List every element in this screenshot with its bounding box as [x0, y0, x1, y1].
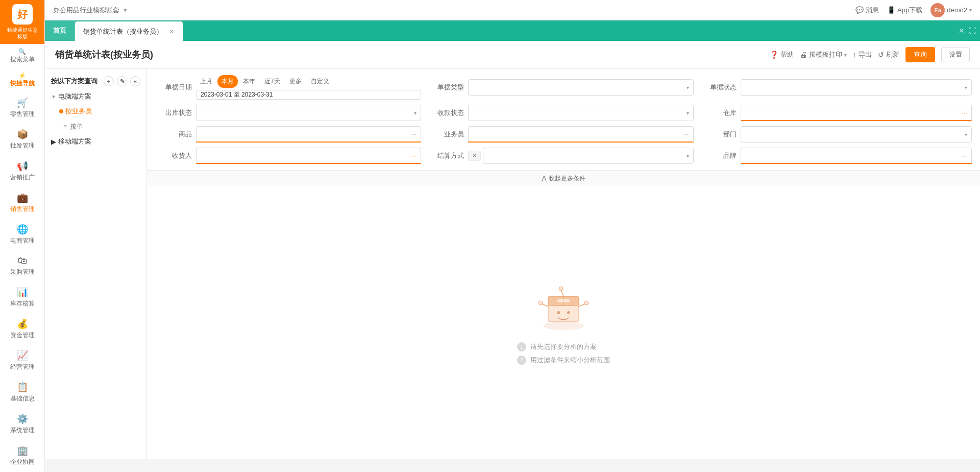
date-tab-lastmonth[interactable]: 上月	[196, 75, 216, 88]
refresh-btn[interactable]: ↺ 刷新	[878, 50, 899, 59]
goods-label: 商品	[155, 130, 196, 139]
scheme-collapse-btn[interactable]: «	[130, 76, 140, 86]
purchase-icon: 🛍	[18, 255, 27, 266]
outstatus-label: 出库状态	[155, 108, 196, 117]
scheme-add-btn[interactable]: +	[104, 76, 114, 86]
sidebar-wholesale-label: 批发管理	[10, 141, 35, 150]
scheme-sub-item-by-order[interactable]: ≡ 按单	[45, 119, 146, 134]
message-icon: 💬	[855, 6, 864, 14]
settlement-tag-value: ×	[473, 152, 476, 159]
inner-panel: 按以下方案查询 + ✎ « ▼	[45, 69, 980, 459]
sidebar-enterprise-label: 企业协同	[10, 458, 35, 466]
filter-doctype: 单据类型 ▾	[427, 75, 699, 100]
user-avatar[interactable]: Ea demo2 ▾	[930, 3, 972, 17]
logo-text: 畅捷通好生意 标版	[7, 27, 38, 40]
retail-icon: 🛒	[17, 97, 28, 108]
sidebar-item-search[interactable]: 🔍 搜索菜单	[0, 44, 44, 68]
consignee-input[interactable]: ···	[196, 148, 421, 164]
sidebar-item-system[interactable]: ⚙️ 系统管理	[0, 408, 44, 440]
sidebar-item-purchase[interactable]: 🛍 采购管理	[0, 250, 44, 281]
query-btn[interactable]: 查询	[905, 47, 935, 62]
sidebar-item-enterprise[interactable]: 🏢 企业协同	[0, 440, 44, 471]
help-btn[interactable]: ❓ 帮助	[770, 50, 794, 59]
date-tab-more[interactable]: 更多	[285, 75, 306, 88]
tab-home[interactable]: 首页	[45, 20, 75, 41]
brand-input[interactable]: ···	[741, 148, 972, 164]
workspace-dropdown-icon[interactable]: ▾	[124, 6, 127, 14]
filter-salesperson: 业务员 ···	[427, 126, 699, 143]
sidebar-item-quicknav[interactable]: ⚡ 快捷导航	[0, 68, 44, 92]
hint1-text: 请先选择要分析的方案	[530, 342, 597, 351]
goods-input[interactable]: ···	[196, 126, 421, 143]
print-label: 按模板打印	[809, 50, 842, 59]
sales-icon: 💼	[17, 192, 28, 203]
date-range-input[interactable]: 2023-03-01 至 2023-03-31	[196, 90, 421, 100]
scheme-edit-btn[interactable]: ✎	[117, 76, 127, 86]
avatar-img: Ea	[930, 3, 945, 17]
svg-rect-4	[557, 299, 570, 302]
date-tab-custom[interactable]: 自定义	[307, 75, 333, 88]
svg-point-6	[567, 311, 570, 314]
doctype-select[interactable]: ▾	[468, 79, 693, 96]
sidebar-item-retail[interactable]: 🛒 零售管理	[0, 92, 44, 124]
close-window-icon[interactable]: ✕	[959, 27, 965, 35]
setting-btn[interactable]: 设置	[941, 47, 970, 62]
message-btn[interactable]: 💬 消息	[855, 6, 879, 15]
docstatus-select[interactable]: ▾	[741, 79, 972, 96]
empty-hint-2: 2 用过滤条件来缩小分析范围	[517, 356, 610, 365]
sidebar-item-wholesale[interactable]: 📦 批发管理	[0, 124, 44, 155]
scheme-item-salesperson[interactable]: 按业务员	[45, 104, 146, 119]
warehouse-label: 仓库	[700, 108, 741, 117]
sidebar-retail-label: 零售管理	[10, 110, 35, 119]
empty-hint-1: 1 请先选择要分析的方案	[517, 342, 610, 351]
finance-icon: 💰	[17, 318, 28, 329]
page-actions: ❓ 帮助 🖨 按模板打印 ▾ ↑ 导出 ↺ 刷新 查询 设置	[770, 47, 970, 62]
warehouse-input[interactable]: ···	[741, 105, 972, 121]
sidebar-item-basic[interactable]: 📋 基础信息	[0, 376, 44, 408]
date-tab-7days[interactable]: 近7天	[260, 75, 284, 88]
expand-icon[interactable]: ⛶	[969, 27, 976, 35]
tab-home-label: 首页	[53, 26, 66, 35]
date-tab-thismonth[interactable]: 本月	[217, 75, 238, 88]
sidebar-item-ecommerce[interactable]: 🌐 电商管理	[0, 219, 44, 250]
date-tab-thisyear[interactable]: 本年	[239, 75, 259, 88]
scheme-order-label: 按单	[70, 122, 83, 131]
dept-label: 部门	[700, 130, 741, 139]
sidebar-item-business[interactable]: 📈 经营管理	[0, 345, 44, 376]
payment-select[interactable]: ▾	[468, 105, 693, 121]
desktop-scheme-title[interactable]: ▼ 电脑端方案	[45, 89, 146, 104]
refresh-label: 刷新	[886, 50, 899, 59]
expand-arrow-icon: ▼	[51, 94, 56, 100]
app-logo[interactable]: 好 畅捷通好生意 标版	[0, 0, 44, 44]
sidebar-item-finance[interactable]: 💰 资金管理	[0, 313, 44, 345]
svg-point-0	[543, 322, 584, 330]
sidebar-item-marketing[interactable]: 📢 营销推广	[0, 155, 44, 187]
outstatus-select[interactable]: ▾	[196, 105, 421, 121]
salesperson-input[interactable]: ···	[468, 126, 693, 143]
app-download-btn[interactable]: 📱 App下载	[887, 6, 922, 15]
topbar-right: 💬 消息 📱 App下载 Ea demo2 ▾	[855, 3, 972, 17]
filter-dept: 部门 ▾	[700, 126, 972, 143]
svg-line-9	[542, 304, 548, 306]
page-header: 销货单统计表(按业务员) ❓ 帮助 🖨 按模板打印 ▾ ↑ 导出 ↺ 刷新	[45, 41, 980, 69]
export-label: 导出	[859, 50, 872, 59]
sidebar-item-sales[interactable]: 💼 销售管理	[0, 187, 44, 219]
logo-icon: 好	[12, 4, 33, 25]
dept-select[interactable]: ▾	[741, 126, 972, 143]
hint2-text: 用过滤条件来缩小分析范围	[530, 356, 610, 365]
print-btn[interactable]: 🖨 按模板打印 ▾	[800, 50, 847, 59]
sidebar-ecommerce-label: 电商管理	[10, 237, 35, 245]
export-btn[interactable]: ↑ 导出	[853, 50, 872, 59]
doctype-arrow-icon: ▾	[687, 85, 689, 90]
consignee-label: 收货人	[155, 151, 196, 160]
inventory-icon: 📊	[17, 287, 28, 298]
brand-label: 品牌	[700, 151, 741, 160]
print-icon: 🖨	[800, 51, 807, 59]
collapse-bar[interactable]: ⋀ 收起更多条件	[147, 171, 980, 186]
mobile-scheme-title[interactable]: ▶ 移动端方案	[45, 134, 146, 149]
settlement-select[interactable]: ▾	[483, 148, 693, 164]
tab-close-icon[interactable]: ✕	[169, 28, 174, 35]
sidebar-item-inventory[interactable]: 📊 库存核算	[0, 281, 44, 313]
settlement-arrow-icon: ▾	[687, 153, 689, 159]
tab-sales-report[interactable]: 销货单统计表（按业务员） ✕	[75, 21, 183, 42]
